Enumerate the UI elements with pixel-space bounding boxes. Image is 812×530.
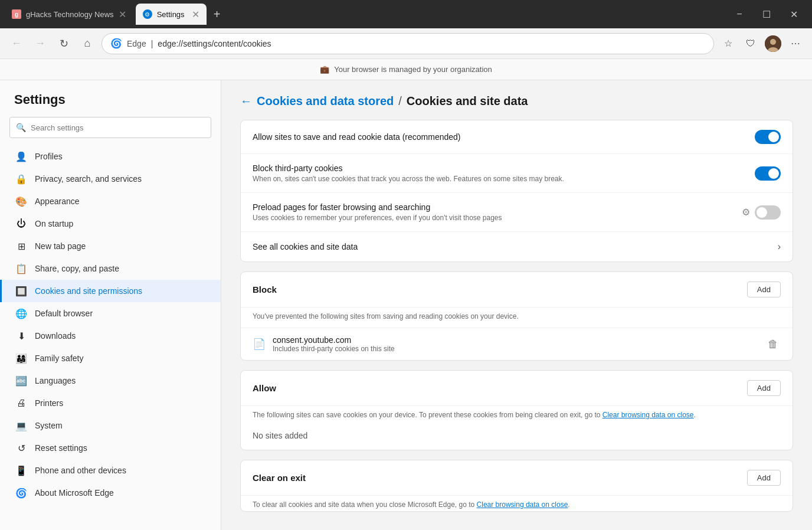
new-tab-button[interactable]: + — [209, 5, 225, 24]
sidebar-item-familysafety-label: Family safety — [35, 354, 83, 363]
breadcrumb-current: Cookies and site data — [407, 94, 528, 108]
sidebar-item-cookies[interactable]: 🔲 Cookies and site permissions — [0, 280, 221, 302]
minimize-button[interactable]: − — [726, 5, 753, 24]
sidebar-item-phone[interactable]: 📱 Phone and other devices — [0, 459, 221, 482]
sidebar-item-appearance[interactable]: 🎨 Appearance — [0, 190, 221, 212]
allow-add-button[interactable]: Add — [747, 380, 781, 396]
allow-cookies-toggle-thumb — [768, 132, 779, 142]
clear-exit-desc-link[interactable]: Clear browsing data on close — [477, 500, 568, 509]
sidebar-nav: 👤 Profiles 🔒 Privacy, search, and servic… — [0, 145, 221, 504]
sidebar-item-about[interactable]: 🌀 About Microsoft Edge — [0, 482, 221, 504]
sidebar-item-appearance-label: Appearance — [35, 197, 80, 206]
back-arrow-icon[interactable]: ← — [240, 94, 252, 108]
site-row-consent-youtube: 📄 consent.youtube.com Includes third-par… — [241, 328, 793, 360]
sidebar-item-startup-label: On startup — [35, 219, 73, 228]
address-url: edge://settings/content/cookies — [158, 39, 705, 48]
block-third-party-toggle[interactable] — [755, 166, 781, 181]
tab-ghacks[interactable]: g gHacks Technology News ✕ — [5, 4, 133, 25]
site-file-icon: 📄 — [253, 338, 266, 351]
search-icon: 🔍 — [16, 123, 26, 132]
address-separator: | — [151, 39, 153, 48]
see-all-cookies-title: See all cookies and site data — [253, 242, 773, 251]
allow-cookies-toggle[interactable] — [755, 130, 781, 144]
preload-pages-toggle[interactable] — [755, 205, 781, 220]
see-all-cookies-info: See all cookies and site data — [253, 242, 773, 251]
sidebar-item-profiles-label: Profiles — [35, 152, 63, 161]
allow-desc-part2: . — [694, 411, 696, 419]
sidebar-item-printers[interactable]: 🖨 Printers — [0, 392, 221, 414]
sidebar-item-defaultbrowser[interactable]: 🌐 Default browser — [0, 302, 221, 325]
sidebar-item-downloads[interactable]: ⬇ Downloads — [0, 325, 221, 347]
clear-exit-section-title: Clear on exit — [253, 473, 747, 483]
profile-button[interactable] — [764, 34, 782, 53]
sidebar-item-reset[interactable]: ↺ Reset settings — [0, 437, 221, 459]
allow-cookies-row: Allow sites to save and read cookie data… — [241, 120, 793, 154]
refresh-button[interactable]: ↻ — [54, 34, 73, 53]
system-icon: 💻 — [16, 420, 27, 431]
avatar — [765, 35, 781, 52]
preload-gear-icon[interactable]: ⚙ — [742, 207, 750, 218]
clear-exit-add-button[interactable]: Add — [747, 470, 781, 486]
close-button[interactable]: ✕ — [780, 5, 807, 24]
shield-button[interactable]: 🛡 — [741, 34, 760, 53]
tab-ghacks-close[interactable]: ✕ — [119, 9, 126, 20]
startup-icon: ⏻ — [16, 218, 27, 229]
printers-icon: 🖨 — [16, 398, 27, 408]
sidebar-item-system[interactable]: 💻 System — [0, 414, 221, 437]
settings-favicon: ⚙ — [143, 9, 152, 19]
tab-settings-label: Settings — [157, 10, 185, 19]
back-button[interactable]: ← — [7, 34, 26, 53]
block-section-header: Block Add — [241, 272, 793, 307]
favorites-button[interactable]: ☆ — [719, 34, 738, 53]
breadcrumb-separator: / — [398, 94, 402, 108]
block-section-card: Block Add You've prevented the following… — [240, 271, 793, 361]
sidebar-item-privacy[interactable]: 🔒 Privacy, search, and services — [0, 168, 221, 190]
sidebar-item-printers-label: Printers — [35, 398, 63, 408]
clear-exit-section-header: Clear on exit Add — [241, 460, 793, 496]
address-box[interactable]: 🌀 Edge | edge://settings/content/cookies — [102, 33, 714, 54]
privacy-icon: 🔒 — [16, 174, 27, 184]
site-info: consent.youtube.com Includes third-party… — [273, 335, 758, 353]
sidebar-item-languages[interactable]: 🔤 Languages — [0, 369, 221, 392]
tab-ghacks-label: gHacks Technology News — [26, 10, 114, 19]
forward-button[interactable]: → — [31, 34, 50, 53]
allow-section-title: Allow — [253, 383, 747, 393]
preload-pages-title: Preload pages for faster browsing and se… — [253, 202, 742, 212]
sidebar-item-startup[interactable]: ⏻ On startup — [0, 212, 221, 235]
sidebar-item-about-label: About Microsoft Edge — [35, 488, 114, 498]
sidebar-item-sharecopy[interactable]: 📋 Share, copy, and paste — [0, 257, 221, 280]
more-button[interactable]: ⋯ — [786, 34, 805, 53]
sidebar-item-defaultbrowser-label: Default browser — [35, 309, 93, 318]
breadcrumb-link[interactable]: Cookies and data stored — [257, 94, 394, 108]
familysafety-icon: 👨‍👩‍👧 — [16, 353, 27, 364]
block-third-party-desc: When on, sites can't use cookies that tr… — [253, 175, 755, 183]
maximize-button[interactable]: ☐ — [753, 5, 780, 24]
tab-settings[interactable]: ⚙ Settings ✕ — [136, 4, 207, 25]
allow-cookies-title: Allow sites to save and read cookie data… — [253, 132, 755, 142]
phone-icon: 📱 — [16, 465, 27, 476]
home-button[interactable]: ⌂ — [78, 34, 97, 53]
see-all-cookies-row[interactable]: See all cookies and site data › — [241, 232, 793, 261]
tab-settings-close[interactable]: ✕ — [192, 9, 199, 20]
cookies-icon: 🔲 — [16, 286, 27, 296]
sidebar-item-familysafety[interactable]: 👨‍👩‍👧 Family safety — [0, 347, 221, 369]
sidebar-item-newtab[interactable]: ⊞ New tab page — [0, 235, 221, 257]
allow-desc-text: The following sites can save cookies on … — [241, 406, 793, 421]
search-box[interactable]: 🔍 — [9, 117, 211, 138]
preload-pages-desc: Uses cookies to remember your preference… — [253, 214, 742, 222]
delete-site-button[interactable]: 🗑 — [765, 336, 781, 353]
sidebar-item-sharecopy-label: Share, copy, and paste — [35, 264, 119, 273]
allow-section-header: Allow Add — [241, 371, 793, 406]
appearance-icon: 🎨 — [16, 196, 27, 207]
search-input[interactable] — [31, 123, 205, 132]
allow-desc-link[interactable]: Clear browsing data on close — [603, 411, 694, 419]
sidebar-item-profiles[interactable]: 👤 Profiles — [0, 145, 221, 168]
sidebar-item-newtab-label: New tab page — [35, 241, 86, 251]
main-layout: Settings 🔍 👤 Profiles 🔒 Privacy, search,… — [0, 80, 812, 530]
allow-desc-part1: The following sites can save cookies on … — [253, 411, 603, 419]
no-sites-text: No sites added — [241, 421, 793, 450]
site-subdesc: Includes third-party cookies on this sit… — [273, 345, 758, 353]
block-third-party-info: Block third-party cookies When on, sites… — [253, 163, 755, 183]
block-third-party-row: Block third-party cookies When on, sites… — [241, 154, 793, 193]
block-add-button[interactable]: Add — [747, 282, 781, 297]
